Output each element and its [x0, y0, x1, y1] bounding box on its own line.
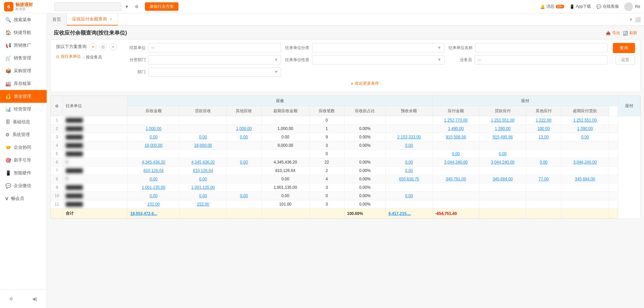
row-ar-loan-5[interactable]	[180, 150, 227, 158]
row-ap-overdue-2[interactable]: 1,390.00	[561, 125, 609, 133]
row-ap-overdue-3[interactable]: 0.00	[561, 133, 609, 141]
row-ap-loan-10[interactable]	[479, 192, 526, 200]
row-ar-amount-4[interactable]: 18,000.00	[127, 141, 180, 150]
row-ap-amount-2[interactable]: 1,490.00	[432, 125, 479, 133]
row-ap-other-11[interactable]	[526, 200, 561, 209]
row-ar-loan-1[interactable]	[180, 116, 227, 125]
row-ap-loan-6[interactable]: 3,044,240.00	[479, 158, 526, 167]
window-maximize-btn[interactable]: ⬜	[635, 17, 641, 22]
online-service-btn[interactable]: 💬 在线客服	[596, 4, 619, 9]
nav-settings-icon[interactable]: ⚙	[132, 2, 142, 11]
row-ap-loan-11[interactable]	[479, 200, 526, 209]
row-ap-other-5[interactable]	[526, 150, 561, 158]
row-ap-overdue-9[interactable]	[561, 183, 609, 192]
row-ar-prepaid-7[interactable]: 0.00	[386, 167, 433, 175]
row-ar-loan-9[interactable]: 1,001,135.00	[180, 183, 227, 192]
row-ap-overdue-7[interactable]	[561, 167, 609, 175]
row-ar-other-8[interactable]	[226, 175, 261, 183]
dept-input[interactable]: ▼	[148, 55, 281, 64]
sidebar-item-beginner-guide[interactable]: 🎯 新手引导	[0, 154, 47, 167]
row-ar-amount-9[interactable]: 1,001,135.00	[127, 183, 180, 192]
row-ap-overdue-6[interactable]: 3,044,240.00	[561, 158, 609, 167]
app-download-btn[interactable]: 📱 App下载	[570, 4, 591, 9]
row-ap-loan-3[interactable]: 915,495.56	[479, 133, 526, 141]
row-ap-overdue-5[interactable]	[561, 150, 609, 158]
row-ar-amount-11[interactable]: 152.00	[127, 200, 180, 209]
row-ar-other-11[interactable]	[226, 200, 261, 209]
row-ap-amount-9[interactable]	[432, 183, 479, 192]
row-ap-amount-7[interactable]	[432, 167, 479, 175]
partner-name-input[interactable]	[475, 43, 607, 52]
window-close-btn[interactable]: ×	[630, 17, 632, 22]
row-ar-amount-7[interactable]: 810,126.64	[127, 167, 180, 175]
sidebar-item-smart-hardware[interactable]: 📱 智能硬件	[0, 167, 47, 179]
row-ar-other-5[interactable]	[226, 150, 261, 158]
row-ap-other-6[interactable]: 0.00	[526, 158, 561, 167]
row-ar-loan-10[interactable]: 0.00	[180, 192, 227, 200]
footer-ar-amount[interactable]: 19,553,472,6...	[127, 209, 180, 219]
sidebar-item-quick-nav[interactable]: 🏠 快捷导航	[0, 26, 47, 39]
filter-more-btn[interactable]: ∧ 收起更多条件	[122, 79, 607, 88]
row-ar-loan-3[interactable]: 0.00	[180, 133, 227, 141]
row-ar-amount-8[interactable]: 0.00	[127, 175, 180, 183]
row-ar-other-3[interactable]: 0.00	[226, 133, 261, 141]
sidebar-item-inventory[interactable]: 🏭 库存核算	[0, 77, 47, 90]
row-ar-prepaid-11[interactable]	[386, 200, 433, 209]
row-ar-other-10[interactable]: 0.00	[226, 192, 261, 200]
scheme-by-salesperson[interactable]: 按业务员	[86, 54, 102, 60]
user-area[interactable]: Rit	[624, 2, 640, 11]
row-ar-loan-8[interactable]: 0.00	[180, 175, 227, 183]
row-ar-loan-2[interactable]	[180, 125, 227, 133]
row-ap-other-1[interactable]: 1,222.00	[526, 116, 561, 125]
row-ap-overdue-10[interactable]	[561, 192, 609, 200]
scheme-by-partner[interactable]: 按往来单位	[61, 54, 81, 59]
row-ap-loan-4[interactable]	[479, 141, 526, 150]
row-ap-other-3[interactable]: 13.00	[526, 133, 561, 141]
row-ap-amount-6[interactable]: 3,044,240.00	[432, 158, 479, 167]
row-ar-amount-5[interactable]	[127, 150, 180, 158]
sidebar-item-basic-info[interactable]: 🗄 基础信息	[0, 116, 47, 128]
row-ar-prepaid-8[interactable]: 655,636.75	[386, 175, 433, 183]
row-ar-other-9[interactable]	[226, 183, 261, 192]
sidebar-item-system[interactable]: ⚙ 系统管理	[0, 128, 47, 141]
messages-btn[interactable]: 🔔 消息 99+	[540, 4, 564, 9]
sidebar-settings-btn[interactable]: ⚙	[4, 294, 18, 304]
row-ar-other-6[interactable]: 0.00	[226, 158, 261, 167]
tab-home[interactable]: 首页	[47, 13, 67, 26]
row-ap-other-10[interactable]	[526, 192, 561, 200]
row-ap-loan-7[interactable]	[479, 167, 526, 175]
sidebar-item-marketing[interactable]: 📢 营销推广	[0, 39, 47, 52]
row-ap-loan-2[interactable]: 1,390.00	[479, 125, 526, 133]
row-ar-amount-6[interactable]: 4,345,436.20	[127, 158, 180, 167]
query-btn[interactable]: 查询	[613, 43, 635, 53]
row-ar-prepaid-1[interactable]	[386, 116, 433, 125]
table-settings-col[interactable]: ⚙	[51, 96, 63, 116]
row-ar-other-7[interactable]	[226, 167, 261, 175]
refresh-btn[interactable]: 🔄 刷新	[623, 30, 637, 36]
row-ap-amount-8[interactable]: 345,761.00	[432, 175, 479, 183]
row-ap-amount-4[interactable]	[432, 141, 479, 150]
row-ap-other-2[interactable]: 100.00	[526, 125, 561, 133]
row-ar-prepaid-6[interactable]: 0.00	[386, 158, 433, 167]
row-ar-loan-4[interactable]: 18,000.00	[180, 141, 227, 150]
filter-add-btn[interactable]: +	[89, 43, 97, 50]
row-ap-amount-1[interactable]: 1,252,773.00	[432, 116, 479, 125]
sidebar-item-operations[interactable]: 📊 经营管理	[0, 103, 47, 116]
row-ar-amount-2[interactable]: 1,000.00	[127, 125, 180, 133]
tab-ar-balance[interactable]: 应收应付余额查询 ×	[67, 13, 118, 26]
row-ar-amount-1[interactable]	[127, 116, 180, 125]
row-ar-loan-11[interactable]: 152.00	[180, 200, 227, 209]
export-btn[interactable]: 📤 导出	[606, 30, 620, 36]
nav-search-input[interactable]	[54, 2, 121, 11]
sidebar-item-enterprise-wechat[interactable]: 💬 企业微信	[0, 179, 47, 192]
sidebar-item-purchase[interactable]: 📦 采购管理	[0, 64, 47, 77]
sidebar-collapse-btn[interactable]: ◀‖	[27, 294, 43, 304]
row-ap-other-8[interactable]: 77.00	[526, 175, 561, 183]
row-ar-prepaid-5[interactable]	[386, 150, 433, 158]
row-ar-prepaid-4[interactable]: 0.00	[386, 141, 433, 150]
row-ap-loan-1[interactable]: 1,251,551.00	[479, 116, 526, 125]
row-ap-other-9[interactable]	[526, 183, 561, 192]
row-ar-prepaid-3[interactable]: 2,153,333.00	[386, 133, 433, 141]
salesperson-input[interactable]: ···	[475, 55, 607, 64]
settings-btn[interactable]: 设置	[615, 55, 635, 65]
